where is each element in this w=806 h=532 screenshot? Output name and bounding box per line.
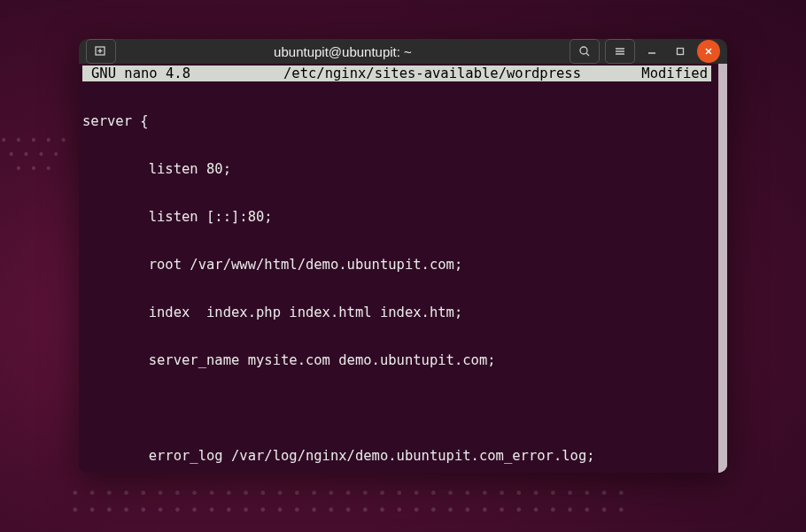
background-decoration: • • • • • • • • • • • • • • • • • • • • …	[71, 485, 625, 519]
nano-status: Modified	[621, 66, 709, 81]
titlebar: ubuntupit@ubuntupit: ~	[79, 39, 727, 64]
editor-line: listen 80;	[82, 161, 711, 177]
menu-button[interactable]	[605, 39, 635, 64]
nano-header: GNU nano 4.8 /etc/nginx/sites-available/…	[82, 66, 711, 81]
search-button[interactable]	[570, 39, 600, 64]
terminal-window: ubuntupit@ubuntupit: ~ GNU nano 4	[79, 39, 727, 473]
scrollbar-thumb[interactable]	[718, 64, 727, 473]
background-decoration: • • • • • • • • • • • •	[0, 133, 67, 175]
editor-line: root /var/www/html/demo.ubuntupit.com;	[82, 257, 711, 273]
nano-filepath: /etc/nginx/sites-available/wordpress	[244, 66, 621, 81]
editor-line: error_log /var/log/nginx/demo.ubuntupit.…	[82, 448, 711, 464]
editor-line: server_name mysite.com demo.ubuntupit.co…	[82, 352, 711, 368]
editor-line	[82, 400, 711, 416]
scrollbar[interactable]	[718, 64, 727, 473]
editor-line: listen [::]:80;	[82, 209, 711, 225]
editor-body[interactable]: server { listen 80; listen [::]:80; root…	[82, 81, 711, 473]
svg-line-4	[586, 53, 589, 56]
new-tab-button[interactable]	[86, 39, 116, 64]
maximize-button[interactable]	[669, 40, 692, 63]
svg-point-3	[580, 47, 587, 54]
editor-line: index index.php index.html index.htm;	[82, 305, 711, 320]
svg-rect-9	[678, 49, 684, 55]
editor-line: server {	[82, 113, 711, 129]
close-button[interactable]	[697, 40, 720, 63]
terminal-content[interactable]: GNU nano 4.8 /etc/nginx/sites-available/…	[79, 64, 727, 473]
nano-version: GNU nano 4.8	[84, 66, 244, 81]
minimize-button[interactable]	[640, 40, 663, 63]
window-title: ubuntupit@ubuntupit: ~	[121, 44, 564, 59]
